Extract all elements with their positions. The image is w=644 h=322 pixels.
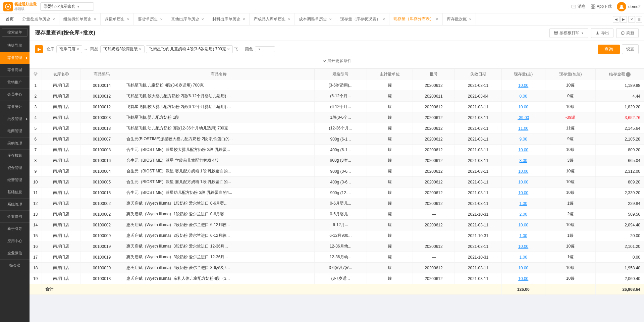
quick-nav-button[interactable]: 快捷导航 bbox=[2, 41, 28, 50]
tab-8[interactable]: 成本调整单历史 ✕ bbox=[295, 13, 336, 25]
table-settings-icon[interactable] bbox=[33, 71, 38, 76]
th-settings[interactable] bbox=[30, 69, 42, 80]
row-qty-main[interactable]: 10.00 bbox=[501, 187, 545, 198]
sidebar-item-enterprise-wechat[interactable]: 企业微信 bbox=[0, 247, 30, 259]
tab-5[interactable]: 其他出库单历史 ✕ bbox=[167, 13, 208, 25]
table-row: 10 南岸门店 00100005 合生元（BIOSTIME）派星 婴儿配方奶粉 … bbox=[30, 177, 644, 187]
nav-close-tab-button[interactable]: ✕ bbox=[628, 16, 635, 23]
sidebar-item-membership-app[interactable]: 畅会员 bbox=[0, 259, 30, 271]
sidebar-item-inventory[interactable]: 库存核算 bbox=[0, 149, 30, 161]
tab-home[interactable]: 首页 bbox=[2, 13, 18, 25]
row-qty-main[interactable]: 10.00 bbox=[501, 80, 545, 91]
settings-button[interactable]: 设置 bbox=[622, 44, 639, 54]
row-qty-main[interactable]: 10.00 bbox=[501, 177, 545, 187]
row-batch: 20200612 bbox=[413, 220, 455, 230]
tab-8-close[interactable]: ✕ bbox=[329, 17, 332, 21]
search-menu-button[interactable]: 搜索菜单 bbox=[2, 28, 28, 37]
row-amount: 0.00 bbox=[596, 252, 644, 263]
row-spec: 6-12月... bbox=[314, 220, 367, 230]
sidebar-item-marketing[interactable]: 营销推广 bbox=[0, 76, 30, 88]
row-qty-main[interactable]: 1.00 bbox=[501, 230, 545, 241]
sidebar-item-finance[interactable]: 资金管理 bbox=[0, 162, 30, 174]
row-qty-main[interactable]: 10.00 bbox=[501, 263, 545, 273]
sidebar-item-label: 批发管理 bbox=[2, 116, 28, 121]
row-qty-main[interactable]: 0.00 bbox=[501, 91, 545, 102]
row-qty-main[interactable]: 10.00 bbox=[501, 220, 545, 230]
tab-1[interactable]: 分量盘点单历史 ✕ bbox=[18, 13, 59, 25]
tab-1-close[interactable]: ✕ bbox=[52, 17, 55, 21]
nav-next-button[interactable]: ▶ bbox=[620, 16, 627, 23]
row-qty-main[interactable]: 10.00 bbox=[501, 145, 545, 155]
row-qty-main[interactable]: 11.00 bbox=[501, 123, 545, 134]
tab-4[interactable]: 要货单历史 ✕ bbox=[134, 13, 167, 25]
row-qty-main[interactable]: 1.00 bbox=[501, 252, 545, 263]
row-qty-main[interactable]: 10.00 bbox=[501, 102, 545, 112]
sidebar-item-collaboration[interactable]: 企业协同 bbox=[0, 210, 30, 222]
tab-3-close[interactable]: ✕ bbox=[127, 17, 129, 21]
tab-5-close[interactable]: ✕ bbox=[201, 17, 204, 21]
sidebar-item-ecommerce[interactable]: 电商管理 bbox=[0, 125, 30, 137]
row-qty-main[interactable]: -39.00 bbox=[501, 112, 545, 123]
sidebar-item-app-center[interactable]: 应用中心 bbox=[0, 235, 30, 247]
sidebar-item-base-info[interactable]: 基础信息 bbox=[0, 186, 30, 198]
export-button[interactable]: 导出 bbox=[591, 28, 613, 38]
th-expire: 失效日期 bbox=[455, 69, 501, 80]
sidebar-item-purchase[interactable]: 采购管理 bbox=[0, 137, 30, 149]
filter-expand-button[interactable]: ▶ bbox=[35, 45, 43, 53]
row-warehouse: 南岸门店 bbox=[42, 123, 81, 134]
product-more[interactable]: 飞... bbox=[234, 46, 241, 52]
tab-4-close[interactable]: ✕ bbox=[160, 17, 163, 21]
row-spec: (3-7岁适... bbox=[314, 273, 367, 284]
nav-prev-button[interactable]: ◀ bbox=[613, 16, 620, 23]
messages-button[interactable]: 消息 bbox=[572, 4, 586, 9]
sidebar-item-retail-stats[interactable]: 零售统计 bbox=[0, 101, 30, 113]
product-tag-1-close[interactable]: ✕ bbox=[139, 47, 142, 51]
tab-7-close[interactable]: ✕ bbox=[288, 17, 290, 21]
row-qty-main[interactable]: 2.00 bbox=[501, 209, 545, 220]
tab-10[interactable]: 现存量（库存分布表） ✕ bbox=[389, 13, 443, 25]
tab-2[interactable]: 组装拆卸单历史 ✕ bbox=[59, 13, 101, 25]
sidebar-item-guide[interactable]: 新手引导 bbox=[0, 222, 30, 234]
sidebar-item-membership[interactable]: 会员中心 bbox=[0, 88, 30, 100]
nav-menu-button[interactable]: ☰ bbox=[636, 16, 642, 23]
row-qty-main[interactable]: 3.00 bbox=[501, 155, 545, 166]
sidebar-item-retail-management[interactable]: 零售管理 ▶ bbox=[0, 52, 30, 64]
tab-9-close[interactable]: ✕ bbox=[382, 17, 385, 21]
query-button[interactable]: 查询 bbox=[598, 45, 620, 54]
tab-6[interactable]: 材料出库单历史 ✕ bbox=[208, 13, 250, 25]
username[interactable]: demo2 bbox=[628, 4, 641, 9]
row-qty-main[interactable]: 10.00 bbox=[501, 166, 545, 177]
tab-3[interactable]: 调拨单历史 ✕ bbox=[101, 13, 134, 25]
row-qty-main[interactable]: 10.00 bbox=[501, 241, 545, 252]
tab-7[interactable]: 产成品入库单历史 ✕ bbox=[250, 13, 295, 25]
warehouse-more-icon[interactable]: ··· bbox=[84, 47, 87, 52]
tab-11-close[interactable]: ✕ bbox=[469, 17, 472, 21]
row-qty-main[interactable]: 1.00 bbox=[501, 198, 545, 209]
sidebar-item-system[interactable]: 系统管理 bbox=[0, 198, 30, 210]
tab-2-close[interactable]: ✕ bbox=[94, 17, 96, 21]
app-download-button[interactable]: App下载 bbox=[591, 4, 612, 9]
amount-info-icon[interactable]: i bbox=[626, 72, 631, 77]
row-warehouse: 南岸门店 bbox=[42, 145, 81, 155]
tab-10-close[interactable]: ✕ bbox=[436, 17, 438, 21]
sidebar-item-retail-mall[interactable]: 零售商城 bbox=[0, 64, 30, 76]
row-unit: 罐 bbox=[367, 198, 413, 209]
product-tag-2-close[interactable]: ✕ bbox=[227, 47, 230, 51]
tab-6-close[interactable]: ✕ bbox=[243, 17, 245, 21]
warehouse-tag-close[interactable]: ✕ bbox=[76, 47, 79, 51]
refresh-button[interactable]: 刷新 bbox=[616, 28, 639, 38]
tab-11[interactable]: 库存批次账 ✕ bbox=[443, 13, 476, 25]
user-area[interactable]: demo2 bbox=[617, 2, 641, 11]
sidebar-item-wholesale[interactable]: 批发管理 ▶ bbox=[0, 113, 30, 125]
row-warehouse: 南岸门店 bbox=[42, 177, 81, 187]
th-batch: 批号 bbox=[413, 69, 455, 80]
row-qty-main[interactable]: 10.00 bbox=[501, 273, 545, 284]
print-button[interactable]: 按模板打印 ▼ bbox=[549, 28, 588, 38]
sidebar-item-operations[interactable]: 经营管理 bbox=[0, 174, 30, 186]
row-qty-pkg: 10罐 bbox=[545, 273, 595, 284]
expand-more-conditions-button[interactable]: 展开更多条件 bbox=[320, 57, 354, 65]
org-selector[interactable]: 母婴行业演示账套 ▼ bbox=[40, 2, 94, 11]
color-dropdown[interactable]: ▼ bbox=[255, 46, 275, 52]
tab-9[interactable]: 现存量（库存状况表） ✕ bbox=[336, 13, 389, 25]
row-qty-main[interactable]: 9.00 bbox=[501, 134, 545, 145]
